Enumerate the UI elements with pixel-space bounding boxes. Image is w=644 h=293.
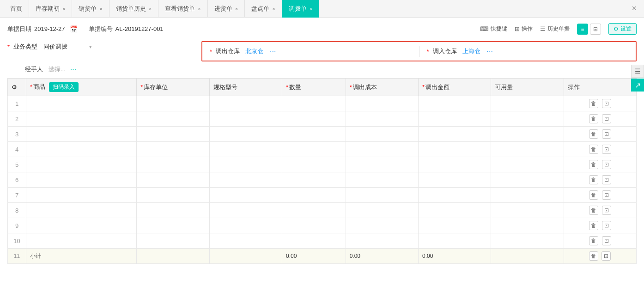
close-tab-sales-order[interactable]: × [99, 6, 102, 12]
cell-amount-3[interactable] [418, 127, 491, 142]
cell-qty-2[interactable] [282, 111, 346, 127]
warehouse-in-value[interactable]: 上海仓 [462, 47, 480, 55]
cell-spec-9[interactable] [209, 218, 282, 233]
close-all-tabs[interactable]: × [628, 4, 640, 13]
delete-btn-8[interactable]: 🗑 [589, 206, 598, 215]
dropdown-arrow-icon[interactable]: ▾ [89, 44, 92, 50]
warehouse-in-more-icon[interactable]: ··· [487, 47, 493, 55]
delete-btn-9[interactable]: 🗑 [589, 221, 598, 230]
scan-button[interactable]: 扫码录入 [49, 82, 79, 92]
copy-btn-6[interactable]: ⊡ [602, 175, 611, 184]
delete-btn-2[interactable]: 🗑 [589, 114, 598, 123]
cell-unit-8[interactable] [137, 203, 209, 218]
cell-spec-8[interactable] [209, 203, 282, 218]
cell-spec-6[interactable] [209, 172, 282, 188]
shortcut-action[interactable]: ⌨ 快捷键 [480, 25, 507, 33]
cell-qty-7[interactable] [282, 188, 346, 203]
tab-view-sales[interactable]: 查看销货单 × [158, 0, 207, 18]
close-tab-transfer-order[interactable]: × [310, 6, 312, 12]
cell-unit-10[interactable] [137, 233, 209, 249]
cell-amount-7[interactable] [418, 188, 491, 203]
cell-product-8[interactable] [26, 203, 137, 218]
tab-purchase-order[interactable]: 进货单 × [208, 0, 245, 18]
tab-inventory-check[interactable]: 盘点单 × [245, 0, 282, 18]
cell-qty-6[interactable] [282, 172, 346, 188]
copy-btn-3[interactable]: ⊡ [602, 129, 611, 139]
cell-qty-1[interactable] [282, 96, 346, 111]
warehouse-out-value[interactable]: 北京仓 [245, 47, 263, 55]
close-tab-purchase-order[interactable]: × [235, 6, 238, 12]
cell-amount-2[interactable] [418, 111, 491, 127]
tab-transfer-order[interactable]: 调拨单 × [282, 0, 319, 18]
copy-btn-2[interactable]: ⊡ [602, 114, 611, 123]
cell-amount-10[interactable] [418, 233, 491, 249]
cell-cost-5[interactable] [346, 157, 418, 172]
cell-product-1[interactable] [26, 96, 137, 111]
history-action[interactable]: ☰ 历史单据 [540, 25, 570, 33]
cell-amount-4[interactable] [418, 142, 491, 157]
copy-btn-5[interactable]: ⊡ [602, 160, 611, 169]
cell-spec-1[interactable] [209, 96, 282, 111]
cell-spec-3[interactable] [209, 127, 282, 142]
delete-btn-3[interactable]: 🗑 [589, 129, 598, 139]
cell-amount-1[interactable] [418, 96, 491, 111]
cell-unit-4[interactable] [137, 142, 209, 157]
cell-cost-10[interactable] [346, 233, 418, 249]
operate-action[interactable]: ⊞ 操作 [515, 25, 533, 33]
cell-cost-8[interactable] [346, 203, 418, 218]
copy-btn-11[interactable]: ⊡ [601, 251, 611, 261]
cell-amount-6[interactable] [418, 172, 491, 188]
layout-btn-2[interactable]: ⊟ [590, 24, 601, 35]
cell-unit-3[interactable] [137, 127, 209, 142]
cell-product-10[interactable] [26, 233, 137, 249]
cell-unit-7[interactable] [137, 188, 209, 203]
cell-qty-8[interactable] [282, 203, 346, 218]
cell-unit-6[interactable] [137, 172, 209, 188]
cell-product-3[interactable] [26, 127, 137, 142]
copy-btn-4[interactable]: ⊡ [602, 145, 611, 154]
delete-btn-6[interactable]: 🗑 [589, 175, 598, 184]
copy-btn-10[interactable]: ⊡ [602, 236, 611, 245]
copy-btn-1[interactable]: ⊡ [602, 99, 611, 108]
cell-cost-3[interactable] [346, 127, 418, 142]
business-type-value[interactable]: 同价调拨 [40, 41, 86, 52]
cell-amount-5[interactable] [418, 157, 491, 172]
delete-btn-1[interactable]: 🗑 [589, 99, 598, 108]
handler-input[interactable]: 选择... [49, 65, 66, 73]
cell-product-9[interactable] [26, 218, 137, 233]
tab-inventory-init[interactable]: 库存期初 × [29, 0, 72, 18]
cell-cost-2[interactable] [346, 111, 418, 127]
cell-product-5[interactable] [26, 157, 137, 172]
cell-qty-3[interactable] [282, 127, 346, 142]
cell-unit-1[interactable] [137, 96, 209, 111]
copy-btn-7[interactable]: ⊡ [602, 190, 611, 200]
cell-cost-7[interactable] [346, 188, 418, 203]
cell-spec-4[interactable] [209, 142, 282, 157]
layout-btn-1[interactable]: ≡ [577, 24, 588, 35]
calendar-icon[interactable]: 📅 [70, 25, 78, 33]
cell-amount-9[interactable] [418, 218, 491, 233]
delete-btn-5[interactable]: 🗑 [589, 160, 598, 169]
tab-home[interactable]: 首页 [4, 0, 29, 18]
cell-cost-1[interactable] [346, 96, 418, 111]
col-header-gear[interactable]: ⚙ [8, 79, 26, 96]
cell-cost-6[interactable] [346, 172, 418, 188]
cell-qty-10[interactable] [282, 233, 346, 249]
sidebar-export-btn[interactable]: ↗ [631, 79, 644, 92]
cell-qty-5[interactable] [282, 157, 346, 172]
cell-cost-4[interactable] [346, 142, 418, 157]
tab-sales-history[interactable]: 销货单历史 × [109, 0, 158, 18]
cell-spec-2[interactable] [209, 111, 282, 127]
warehouse-out-more-icon[interactable]: ··· [270, 47, 276, 55]
delete-btn-11[interactable]: 🗑 [589, 251, 598, 261]
cell-unit-9[interactable] [137, 218, 209, 233]
settings-button[interactable]: ⚙ 设置 [608, 23, 637, 35]
delete-btn-7[interactable]: 🗑 [589, 190, 598, 200]
close-tab-inventory-check[interactable]: × [272, 6, 275, 12]
cell-product-6[interactable] [26, 172, 137, 188]
cell-product-2[interactable] [26, 111, 137, 127]
cell-qty-4[interactable] [282, 142, 346, 157]
cell-qty-9[interactable] [282, 218, 346, 233]
delete-btn-10[interactable]: 🗑 [589, 236, 598, 245]
cell-amount-8[interactable] [418, 203, 491, 218]
